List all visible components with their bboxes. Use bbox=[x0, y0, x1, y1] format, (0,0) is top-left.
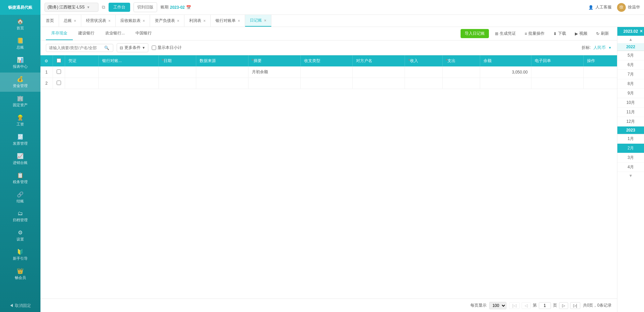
user-menu[interactable]: 徐 徐温华 bbox=[617, 3, 640, 12]
td-checkbox-1[interactable] bbox=[53, 66, 65, 78]
home-icon: 🏠 bbox=[17, 18, 24, 25]
tab-close-profit[interactable]: × bbox=[203, 19, 206, 23]
sidebar-item-settings[interactable]: ⚙ 设置 bbox=[0, 226, 40, 245]
page-input[interactable] bbox=[539, 302, 551, 309]
month-2022-10[interactable]: 10月 bbox=[617, 98, 644, 108]
tab-close-ledger[interactable]: × bbox=[74, 19, 76, 23]
subtab-actions: 导入日记账 ⊞ 生成凭证 ≡ 批量操作 ⬇ 下载 ▶ bbox=[461, 29, 612, 38]
filter-bar-right: 折标: 人民币 ▼ bbox=[582, 45, 612, 51]
th-settings[interactable]: ⚙ bbox=[40, 55, 53, 66]
gen-voucher-icon: ⊞ bbox=[495, 31, 498, 36]
td-checkbox-2[interactable] bbox=[53, 78, 65, 89]
date-panel-content: ▲ 2022 5月 6月 7月 8月 bbox=[617, 36, 644, 312]
next-page-button[interactable]: ▷ bbox=[559, 302, 568, 309]
company-selector[interactable]: (勤务) 江西赣宝-LSS ▼ bbox=[45, 3, 98, 12]
sidebar-item-capital[interactable]: 💰 资金管理 bbox=[0, 73, 40, 92]
sidebar-item-vip[interactable]: 👑 畅会员 bbox=[0, 264, 40, 284]
tab-journal[interactable]: 日记账 × bbox=[245, 15, 271, 27]
currency-dropdown-icon[interactable]: ▼ bbox=[608, 46, 612, 50]
td-expense-1 bbox=[442, 66, 480, 78]
sidebar-item-sales[interactable]: 📈 进销台账 bbox=[0, 149, 40, 169]
more-filter-button[interactable]: ⊟ 更多条件 ▼ bbox=[117, 43, 148, 52]
subtab-boc[interactable]: 中国银行 bbox=[130, 27, 157, 40]
batch-op-button[interactable]: ≡ 批量操作 bbox=[522, 29, 547, 38]
settings-icon: ⚙ bbox=[18, 229, 23, 236]
ledger-icon: 📒 bbox=[17, 37, 24, 44]
gen-voucher-button[interactable]: ⊞ 生成凭证 bbox=[492, 29, 519, 38]
first-page-button[interactable]: |◁ bbox=[509, 302, 519, 309]
copy-icon[interactable]: ⧉ bbox=[102, 4, 105, 10]
prev-page-button[interactable]: ◁ bbox=[522, 302, 531, 309]
per-page-select[interactable]: 100 10 20 50 bbox=[489, 302, 506, 309]
month-2023-4[interactable]: 4月 bbox=[617, 163, 644, 172]
sidebar-item-close[interactable]: 🔗 结账 bbox=[0, 188, 40, 207]
sidebar-item-ledger[interactable]: 📒 总账 bbox=[0, 34, 40, 53]
year-2022-section: 2022 5月 6月 7月 8月 9月 bbox=[617, 43, 644, 126]
sidebar-item-invoice[interactable]: 🧾 发票管理 bbox=[0, 130, 40, 149]
last-page-button[interactable]: ▷| bbox=[570, 302, 580, 309]
tab-ledger[interactable]: 总账 × bbox=[59, 15, 81, 27]
content-wrapper: 库存现金 建设银行 农业银行... 中国银行 导入日记账 ⊞ 生成凭证 bbox=[40, 27, 644, 312]
refresh-button[interactable]: ↻ 刷新 bbox=[593, 29, 612, 38]
sidebar-item-tax[interactable]: 📋 税务管理 bbox=[0, 169, 40, 188]
subtab-abc[interactable]: 农业银行... bbox=[100, 27, 130, 40]
sidebar-item-reports[interactable]: 📊 报表中心 bbox=[0, 53, 40, 73]
tab-close-journal[interactable]: × bbox=[264, 18, 266, 23]
avatar: 徐 bbox=[617, 3, 626, 12]
calendar-icon[interactable]: 📅 bbox=[186, 5, 191, 10]
daily-total-checkbox[interactable] bbox=[152, 46, 156, 50]
sidebar-item-fixed-assets[interactable]: 🏢 固定资产 bbox=[0, 92, 40, 111]
workspace-button[interactable]: 工作台 bbox=[109, 3, 130, 12]
subtab-cash[interactable]: 库存现金 bbox=[46, 27, 73, 40]
download-button[interactable]: ⬇ 下载 bbox=[551, 29, 569, 38]
td-bank-account-2 bbox=[99, 78, 158, 89]
tab-close-receivables[interactable]: × bbox=[143, 19, 145, 23]
month-2022-9[interactable]: 9月 bbox=[617, 89, 644, 98]
th-counterpart: 对方户名 bbox=[353, 55, 405, 66]
dropdown-icon: ▼ bbox=[87, 5, 90, 9]
sidebar-item-salary[interactable]: 👷 工资 bbox=[0, 111, 40, 130]
table-header-row: ⚙ 凭证 银行对账... *日期 数据来源 *摘要 bbox=[40, 55, 617, 66]
row-checkbox-1[interactable] bbox=[57, 69, 61, 74]
tab-business-status[interactable]: 经营状况表 × bbox=[81, 15, 116, 27]
td-voucher-2 bbox=[65, 78, 99, 89]
row-checkbox-2[interactable] bbox=[57, 81, 61, 85]
month-2022-8[interactable]: 8月 bbox=[617, 79, 644, 89]
old-version-button[interactable]: 切到旧版 bbox=[134, 2, 157, 12]
month-2022-6[interactable]: 6月 bbox=[617, 60, 644, 70]
sidebar-collapse-btn[interactable]: ◀ 取消固定 bbox=[0, 300, 40, 312]
month-2023-3[interactable]: 3月 bbox=[617, 153, 644, 163]
sidebar-item-archive[interactable]: 🗂 归档管理 bbox=[0, 207, 40, 226]
search-input[interactable] bbox=[49, 46, 103, 50]
subtab-ccb[interactable]: 建设银行 bbox=[73, 27, 100, 40]
vip-icon: 👑 bbox=[17, 268, 24, 274]
th-checkbox[interactable] bbox=[53, 55, 65, 66]
month-2022-11[interactable]: 11月 bbox=[617, 108, 644, 117]
sidebar-item-guide[interactable]: 🔰 新手引导 bbox=[0, 245, 40, 264]
scroll-down-button[interactable]: ▼ bbox=[617, 172, 644, 179]
tab-balance-sheet[interactable]: 资产负债表 × bbox=[150, 15, 184, 27]
tab-close-balance-sheet[interactable]: × bbox=[177, 19, 179, 23]
month-2022-7[interactable]: 7月 bbox=[617, 70, 644, 79]
tab-close-bank-statement[interactable]: × bbox=[238, 19, 240, 23]
sidebar-item-home[interactable]: 🏠 首页 bbox=[0, 15, 40, 34]
tab-bank-statement[interactable]: 银行对账单 × bbox=[211, 15, 245, 27]
select-all-checkbox[interactable] bbox=[57, 58, 61, 63]
month-2023-2[interactable]: 2月 bbox=[617, 144, 644, 153]
tab-receivables[interactable]: 应收账款表 × bbox=[116, 15, 150, 27]
import-journal-button[interactable]: 导入日记账 bbox=[461, 29, 489, 38]
tab-home[interactable]: 首页 bbox=[40, 15, 59, 27]
bottom-bar: 每页显示 100 10 20 50 |◁ ◁ 第 页 ▷ ▷| 共0页，0条记录 bbox=[40, 299, 617, 312]
month-2022-12[interactable]: 12月 bbox=[617, 117, 644, 126]
tab-close-business-status[interactable]: × bbox=[108, 19, 111, 23]
video-button[interactable]: ▶ 视频 bbox=[572, 29, 590, 38]
date-panel-close-button[interactable]: × bbox=[640, 28, 643, 34]
scroll-up-button[interactable]: ▲ bbox=[617, 36, 644, 43]
search-icon[interactable]: 🔍 bbox=[104, 46, 109, 50]
support-link[interactable]: 👤 人工客服 bbox=[588, 4, 612, 10]
td-bank-account-1 bbox=[99, 66, 158, 78]
filter-icon: ⊟ bbox=[120, 46, 123, 50]
month-2022-5[interactable]: 5月 bbox=[617, 51, 644, 60]
tab-profit[interactable]: 利润表 × bbox=[184, 15, 211, 27]
month-2023-1[interactable]: 1月 bbox=[617, 134, 644, 144]
